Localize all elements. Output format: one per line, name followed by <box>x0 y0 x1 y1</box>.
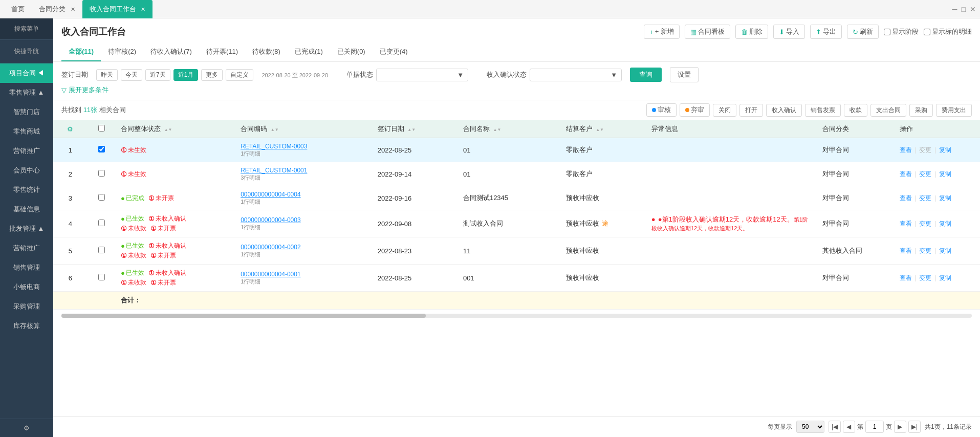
sidebar-item-retail-stats[interactable]: 零售统计 <box>0 180 53 200</box>
tab-closed[interactable]: 已关闭(0) <box>330 43 373 61</box>
row6-checkbox[interactable] <box>88 265 116 292</box>
show-fields-checkbox[interactable]: 显示阶段 <box>884 27 919 36</box>
next-page-btn[interactable]: ▶ <box>894 421 906 433</box>
minimize-button[interactable]: ─ <box>952 5 957 13</box>
sidebar-item-member[interactable]: 会员中心 <box>0 161 53 180</box>
copy-btn[interactable]: 复制 <box>939 146 951 154</box>
page-size-select[interactable]: 50 10 20 100 <box>796 421 824 433</box>
close-tab-income-workbench[interactable]: ✕ <box>141 6 145 12</box>
copy-btn[interactable]: 复制 <box>939 247 951 254</box>
row1-checkbox[interactable] <box>88 138 116 162</box>
date-btn-month[interactable]: 近1月 <box>173 69 199 81</box>
expand-filter-button[interactable]: ▽ 展开更多条件 <box>61 85 972 95</box>
close-tab-contract-category[interactable]: ✕ <box>71 6 75 12</box>
change-btn[interactable]: 变更 <box>919 170 931 178</box>
payment-button[interactable]: 收款 <box>844 104 867 117</box>
close-button[interactable]: ✕ <box>970 5 976 13</box>
sidebar-item-purchase[interactable]: 采购管理 <box>0 297 53 316</box>
income-confirm-button[interactable]: 收入确认 <box>766 104 802 117</box>
tab-income-workbench[interactable]: 收入合同工作台 ✕ <box>82 0 153 18</box>
tab-pending-review[interactable]: 待审核(2) <box>101 43 143 61</box>
sidebar-item-sales[interactable]: 销售管理 <box>0 258 53 277</box>
change-btn[interactable]: 变更 <box>919 220 931 227</box>
date-btn-today[interactable]: 今天 <box>121 69 142 81</box>
date-btn-week[interactable]: 近7天 <box>145 69 170 81</box>
select-all-checkbox[interactable] <box>98 125 105 132</box>
change-btn[interactable]: 变更 <box>919 274 931 281</box>
copy-btn[interactable]: 复制 <box>939 194 951 202</box>
contract-link[interactable]: 0000000000004-0001 <box>241 271 300 278</box>
scrollbar-thumb[interactable] <box>61 314 426 318</box>
import-button[interactable]: ⬇ 导入 <box>773 25 805 39</box>
copy-btn[interactable]: 复制 <box>939 220 951 227</box>
contract-link[interactable]: 0000000000004-0002 <box>241 244 300 251</box>
tab-pending-invoice[interactable]: 待开票(11) <box>199 43 245 61</box>
refresh-button[interactable]: ↻ 刷新 <box>847 25 879 39</box>
sidebar-item-xiaowei[interactable]: 小畅电商 <box>0 277 53 297</box>
contract-link[interactable]: RETAIL_CUSTOM-0003 <box>241 143 307 150</box>
maximize-button[interactable]: □ <box>962 5 966 13</box>
doc-status-select[interactable]: ▼ <box>376 69 468 81</box>
date-btn-yesterday[interactable]: 昨天 <box>96 69 118 81</box>
sidebar-item-retail[interactable]: 零售管理 ▲ <box>0 83 53 102</box>
row2-checkbox[interactable] <box>88 162 116 186</box>
prev-page-btn[interactable]: ◀ <box>843 421 855 433</box>
copy-btn[interactable]: 复制 <box>939 274 951 281</box>
row5-checkbox[interactable] <box>88 237 116 265</box>
expense-out-button[interactable]: 费用支出 <box>936 104 972 117</box>
date-btn-custom[interactable]: 自定义 <box>226 69 253 81</box>
view-btn[interactable]: 查看 <box>900 220 912 227</box>
set-button[interactable]: 设置 <box>670 67 699 82</box>
date-btn-more[interactable]: 更多 <box>201 69 223 81</box>
gear-icon[interactable]: ⚙ <box>67 125 73 133</box>
sidebar-item-wholesale[interactable]: 批发管理 ▲ <box>0 219 53 238</box>
change-btn[interactable]: 变更 <box>919 146 931 154</box>
income-confirm-select[interactable]: ▼ <box>530 69 622 81</box>
sidebar-item-marketing[interactable]: 营销推广 <box>0 141 53 161</box>
view-btn[interactable]: 查看 <box>900 247 912 254</box>
sidebar-item-marketing2[interactable]: 营销推广 <box>0 238 53 258</box>
last-page-btn[interactable]: ▶| <box>908 421 921 433</box>
sidebar-item-smart-store[interactable]: 智慧门店 <box>0 102 53 122</box>
col-checkbox-header[interactable] <box>88 120 116 138</box>
row4-checkbox[interactable] <box>88 210 116 237</box>
abandon-button[interactable]: 弃审 <box>680 103 710 117</box>
view-btn[interactable]: 查看 <box>900 194 912 202</box>
tab-pending-payment[interactable]: 待收款(8) <box>245 43 288 61</box>
horizontal-scrollbar[interactable] <box>61 314 972 318</box>
copy-btn[interactable]: 复制 <box>939 170 951 178</box>
out-contract-button[interactable]: 支出合同 <box>870 104 906 117</box>
tab-pending-income-confirm[interactable]: 待收入确认(7) <box>143 43 199 61</box>
view-btn[interactable]: 查看 <box>900 274 912 281</box>
sidebar-item-project[interactable]: 项目合同 ◀ <box>0 63 53 83</box>
open-button[interactable]: 打开 <box>739 104 763 117</box>
purchase-button[interactable]: 采购 <box>909 104 933 117</box>
contract-link[interactable]: RETAIL_CUSTOM-0001 <box>241 167 307 174</box>
sidebar-search[interactable]: 搜索菜单 <box>0 18 53 40</box>
sidebar-quick-nav-title[interactable]: 快捷导航 <box>0 44 53 59</box>
sidebar-item-basic-info[interactable]: 基础信息 <box>0 200 53 219</box>
contract-link[interactable]: 0000000000004-0004 <box>241 191 300 198</box>
tab-home[interactable]: 首页 <box>4 0 32 18</box>
first-page-btn[interactable]: |◀ <box>829 421 841 433</box>
tab-contract-category[interactable]: 合同分类 ✕ <box>32 0 82 18</box>
add-button[interactable]: + + 新增 <box>644 25 680 39</box>
sidebar-settings[interactable]: ⚙ <box>0 419 53 437</box>
query-button[interactable]: 查询 <box>630 68 662 82</box>
view-btn[interactable]: 查看 <box>900 146 912 154</box>
row3-checkbox[interactable] <box>88 186 116 210</box>
sales-invoice-button[interactable]: 销售发票 <box>805 104 841 117</box>
review-button[interactable]: 审核 <box>646 103 677 117</box>
close-action-button[interactable]: 关闭 <box>713 104 736 117</box>
contract-board-button[interactable]: ▦ 合同看板 <box>685 25 730 39</box>
tab-completed[interactable]: 已完成(1) <box>288 43 330 61</box>
contract-link[interactable]: 0000000000004-0003 <box>241 216 300 224</box>
sidebar-item-inventory[interactable]: 库存核算 <box>0 316 53 336</box>
change-btn[interactable]: 变更 <box>919 247 931 254</box>
tab-changed[interactable]: 已变更(4) <box>373 43 415 61</box>
show-details-checkbox[interactable]: 显示标的明细 <box>924 27 972 36</box>
page-input[interactable] <box>865 421 884 433</box>
change-btn[interactable]: 变更 <box>919 194 931 202</box>
col-gear[interactable]: ⚙ <box>53 120 88 138</box>
delete-button[interactable]: 🗑 删除 <box>735 25 768 39</box>
